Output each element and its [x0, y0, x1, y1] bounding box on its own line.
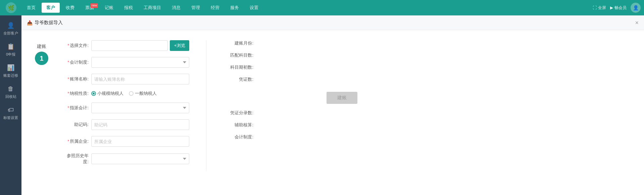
- step-label: 建账: [37, 44, 46, 50]
- content-area: 📥 导爷数据导入 × 建账 1 *选择文件:: [21, 15, 644, 195]
- match-subjects-row: 匹配科目数:: [223, 52, 357, 58]
- declaration-icon: 📋: [7, 43, 15, 51]
- match-subjects-label: 匹配科目数:: [223, 52, 253, 58]
- nav-item-settings[interactable]: 设置: [245, 3, 263, 13]
- recycle-icon: 🗑: [7, 85, 15, 93]
- nav-item-home[interactable]: 首页: [22, 3, 40, 13]
- accounting-system-row: *会计制度:: [62, 57, 189, 68]
- subject-init-label: 科目期初数:: [223, 64, 253, 70]
- auxiliary-calc-row: 辅助核算:: [223, 122, 357, 128]
- voucher-count-row: 凭证数:: [223, 76, 357, 82]
- radio-dot-small: [91, 91, 96, 96]
- accounting-system-r-label: 会计制度:: [223, 134, 253, 140]
- company-row: *所属企业:: [62, 136, 189, 147]
- tag-settings-label: 标签设置: [3, 115, 18, 120]
- tax-type-label: *纳税性质:: [62, 90, 89, 96]
- form-area: 建账 1 *选择文件: +浏览: [21, 30, 644, 181]
- voucher-entries-label: 凭证分录数:: [223, 110, 253, 116]
- account-migration-icon: 📊: [7, 64, 15, 72]
- vip-button[interactable]: ▶ 畅会员: [610, 5, 627, 11]
- fullscreen-icon: ⛶: [593, 5, 597, 10]
- vertical-divider: [206, 40, 206, 171]
- file-input-group: +浏览: [91, 40, 189, 51]
- memo-code-input[interactable]: [91, 119, 189, 130]
- nav-right-area: ⛶ 全屏 ▶ 畅会员 👤: [593, 3, 641, 13]
- panel-close-button[interactable]: ×: [635, 20, 639, 26]
- reference-year-label: 参照历史年度:: [62, 153, 89, 165]
- tax-type-radio-group: 小规模纳税人 一般纳税人: [91, 90, 189, 96]
- fullscreen-button[interactable]: ⛶ 全屏: [593, 5, 606, 11]
- build-month-row: 建账月份:: [223, 40, 357, 46]
- sidebar-item-account-migration[interactable]: 📊 账套迁移: [1, 61, 21, 81]
- voucher-entries-row: 凭证分录数:: [223, 110, 357, 116]
- sidebar-item-all-clients[interactable]: 👤 全部客户: [1, 19, 21, 39]
- import-panel: 📥 导爷数据导入 × 建账 1 *选择文件:: [21, 15, 644, 195]
- company-label: *所属企业:: [62, 138, 89, 144]
- sidebar-item-recycle[interactable]: 🗑 回收站: [1, 82, 21, 102]
- radio-general-taxpayer[interactable]: 一般纳税人: [129, 90, 157, 96]
- company-input[interactable]: [91, 136, 189, 147]
- select-file-label: *选择文件:: [62, 43, 89, 49]
- build-account-button[interactable]: 建账: [327, 92, 357, 104]
- radio-dot-general: [129, 91, 134, 96]
- all-clients-label: 全部客户: [3, 31, 18, 36]
- top-navigation: 🌿 首页 客户 收费 票据 new 记账 报税 工商项目 消息 管理 经营 服务…: [0, 0, 644, 15]
- accounting-system-label: *会计制度:: [62, 59, 89, 65]
- panel-title: 📥 导爷数据导入: [27, 20, 63, 26]
- nav-item-bookkeeping[interactable]: 记账: [100, 3, 118, 13]
- accounting-system-r-row: 会计制度:: [223, 134, 357, 140]
- tax-type-row: *纳税性质: 小规模纳税人 一般纳税人: [62, 90, 189, 96]
- nav-item-service[interactable]: 服务: [226, 3, 244, 13]
- vip-icon: ▶: [610, 5, 613, 10]
- reference-year-select[interactable]: [91, 153, 189, 164]
- recycle-label: 回收站: [5, 94, 16, 99]
- all-clients-icon: 👤: [7, 21, 15, 29]
- main-layout: 👤 全部客户 📋 0申报 📊 账套迁移 🗑 回收站 🏷 标签设置 📥 导: [0, 15, 644, 195]
- step-section: 建账 1: [35, 40, 48, 171]
- declaration-label: 0申报: [6, 52, 15, 57]
- ledger-name-label: *账簿名称:: [62, 76, 89, 82]
- sidebar-item-declaration[interactable]: 📋 0申报: [1, 40, 21, 60]
- nav-item-operation[interactable]: 经营: [206, 3, 224, 13]
- nav-item-business[interactable]: 工商项目: [139, 3, 166, 13]
- avatar[interactable]: 👤: [631, 3, 641, 13]
- panel-title-text: 导爷数据导入: [35, 20, 63, 26]
- vip-label: 畅会员: [614, 5, 627, 11]
- nav-item-management[interactable]: 管理: [187, 3, 205, 13]
- step-circle: 1: [35, 52, 48, 65]
- app-logo[interactable]: 🌿: [3, 0, 19, 15]
- nav-item-invoice[interactable]: 票据 new: [81, 3, 99, 13]
- left-form: *选择文件: +浏览 *会计制度:: [62, 40, 189, 171]
- panel-title-icon: 📥: [27, 20, 33, 25]
- assign-accountant-select[interactable]: [91, 103, 189, 113]
- assign-accountant-row: *指派会计:: [62, 103, 189, 113]
- account-migration-label: 账套迁移: [3, 73, 18, 78]
- nav-item-fee[interactable]: 收费: [61, 3, 79, 13]
- nav-item-tax[interactable]: 报税: [119, 3, 138, 13]
- auxiliary-calc-label: 辅助核算:: [223, 122, 253, 128]
- voucher-count-label: 凭证数:: [223, 76, 253, 82]
- nav-item-customer[interactable]: 客户: [42, 3, 60, 13]
- ledger-name-input[interactable]: [91, 74, 189, 84]
- accounting-system-select[interactable]: [91, 57, 189, 68]
- sidebar: 👤 全部客户 📋 0申报 📊 账套迁移 🗑 回收站 🏷 标签设置: [0, 15, 21, 195]
- nav-item-message[interactable]: 消息: [167, 3, 185, 13]
- new-badge: new: [90, 3, 98, 8]
- memo-code-label: 助记码:: [62, 122, 89, 128]
- ledger-name-row: *账簿名称:: [62, 74, 189, 84]
- fullscreen-label: 全屏: [598, 5, 606, 11]
- assign-accountant-label: *指派会计:: [62, 105, 89, 111]
- select-file-row: *选择文件: +浏览: [62, 40, 189, 51]
- file-path-input[interactable]: [91, 40, 168, 51]
- browse-button[interactable]: +浏览: [170, 40, 189, 51]
- right-form: 建账月份: 匹配科目数: 科目期初数: 凭证数:: [223, 40, 357, 171]
- nav-menu: 首页 客户 收费 票据 new 记账 报税 工商项目 消息 管理 经营 服务 设…: [22, 3, 593, 13]
- memo-code-row: 助记码:: [62, 119, 189, 130]
- sidebar-item-tag-settings[interactable]: 🏷 标签设置: [1, 103, 21, 123]
- logo-icon: 🌿: [6, 2, 16, 13]
- radio-small-taxpayer[interactable]: 小规模纳税人: [91, 90, 123, 96]
- tag-settings-icon: 🏷: [7, 106, 15, 114]
- panel-header: 📥 导爷数据导入 ×: [21, 15, 644, 30]
- reference-year-row: 参照历史年度:: [62, 153, 189, 165]
- subject-init-row: 科目期初数:: [223, 64, 357, 70]
